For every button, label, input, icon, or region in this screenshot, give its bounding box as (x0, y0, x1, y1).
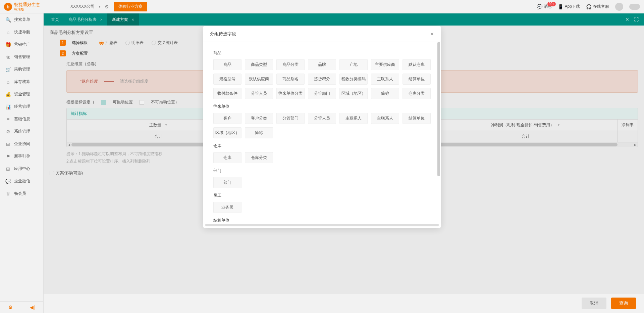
field-chip[interactable]: 商品类型 (245, 59, 273, 70)
modal-scroll-thumb[interactable] (437, 42, 440, 176)
field-chips: 仓库仓库分类 (213, 152, 434, 163)
field-chip[interactable]: 简称 (245, 127, 273, 138)
field-group-0: 商品商品商品类型商品分类品牌产地主要供应商默认仓库规格型号默认供应商商品别名拣货… (213, 50, 434, 99)
field-group-title: 往来单位 (213, 104, 434, 109)
field-group-2: 仓库仓库仓库分类 (213, 143, 434, 163)
field-chip[interactable]: 收付款条件 (213, 88, 241, 99)
field-chip[interactable]: 规格型号 (213, 74, 241, 85)
field-chip[interactable]: 结算单位 (402, 113, 431, 124)
field-chip[interactable]: 分管部门 (308, 88, 336, 99)
modal-scroll-track[interactable] (437, 42, 440, 224)
field-chip[interactable]: 默认供应商 (245, 74, 273, 85)
field-group-4: 员工业务员 (213, 193, 434, 213)
field-chip[interactable]: 品牌 (308, 59, 336, 70)
field-chips: 部门 (213, 177, 434, 188)
field-chip[interactable]: 业务员 (213, 202, 241, 213)
field-chip[interactable]: 默认仓库 (402, 59, 431, 70)
field-group-5: 结算单位结算客户主联系人结算单位收付款条件分管人员分管部门区域（地区）简称 (213, 218, 434, 224)
field-chip[interactable]: 商品 (213, 59, 241, 70)
field-chip[interactable]: 客户分类 (245, 113, 273, 124)
field-chip[interactable]: 部门 (213, 177, 241, 188)
field-group-title: 结算单位 (213, 218, 434, 223)
field-chip[interactable]: 分管人员 (245, 88, 273, 99)
field-group-3: 部门部门 (213, 168, 434, 188)
field-chip[interactable]: 区域（地区） (213, 127, 241, 138)
field-chip[interactable]: 简称 (371, 88, 399, 99)
field-chip[interactable]: 仓库分类 (402, 88, 431, 99)
modal-horizontal-scrollbar[interactable] (205, 224, 439, 226)
field-chip[interactable]: 主要供应商 (371, 59, 399, 70)
field-group-title: 仓库 (213, 143, 434, 149)
field-chips: 商品商品类型商品分类品牌产地主要供应商默认仓库规格型号默认供应商商品别名拣货积分… (213, 59, 434, 99)
modal-header: 分组待选字段 ✕ (203, 26, 441, 42)
field-chip[interactable]: 主联系人 (371, 74, 399, 85)
field-chip[interactable]: 结算单位 (402, 74, 431, 85)
field-chip[interactable]: 仓库分类 (245, 152, 273, 163)
modal-mask: 分组待选字段 ✕ 商品商品商品类型商品分类品牌产地主要供应商默认仓库规格型号默认… (0, 0, 644, 313)
field-chips: 客户客户分类分管部门分管人员主联系人主联系人结算单位区域（地区）简称 (213, 113, 434, 138)
modal-title: 分组待选字段 (210, 31, 236, 37)
field-group-title: 员工 (213, 193, 434, 198)
field-chip[interactable]: 拣货积分 (308, 74, 336, 85)
field-chip[interactable]: 客户 (213, 113, 241, 124)
field-group-1: 往来单位客户客户分类分管部门分管人员主联系人主联系人结算单位区域（地区）简称 (213, 104, 434, 138)
field-chip[interactable]: 往来单位分类 (276, 88, 305, 99)
field-chip[interactable]: 分管人员 (308, 113, 336, 124)
field-group-title: 部门 (213, 168, 434, 174)
field-chip[interactable]: 区域（地区） (339, 88, 368, 99)
field-chip[interactable]: 仓库 (213, 152, 241, 163)
field-group-title: 商品 (213, 50, 434, 56)
field-chip[interactable]: 主联系人 (339, 113, 368, 124)
field-chip[interactable]: 产地 (339, 59, 368, 70)
field-chip[interactable]: 商品别名 (276, 74, 305, 85)
field-chip[interactable]: 分管部门 (276, 113, 305, 124)
field-chip[interactable]: 主联系人 (371, 113, 399, 124)
field-selector-modal: 分组待选字段 ✕ 商品商品商品类型商品分类品牌产地主要供应商默认仓库规格型号默认… (203, 26, 441, 228)
modal-body: 商品商品商品类型商品分类品牌产地主要供应商默认仓库规格型号默认供应商商品别名拣货… (203, 42, 441, 224)
field-chip[interactable]: 税收分类编码 (339, 74, 368, 85)
field-chips: 业务员 (213, 202, 434, 213)
modal-close-icon[interactable]: ✕ (430, 31, 434, 37)
field-chip[interactable]: 商品分类 (276, 59, 305, 70)
